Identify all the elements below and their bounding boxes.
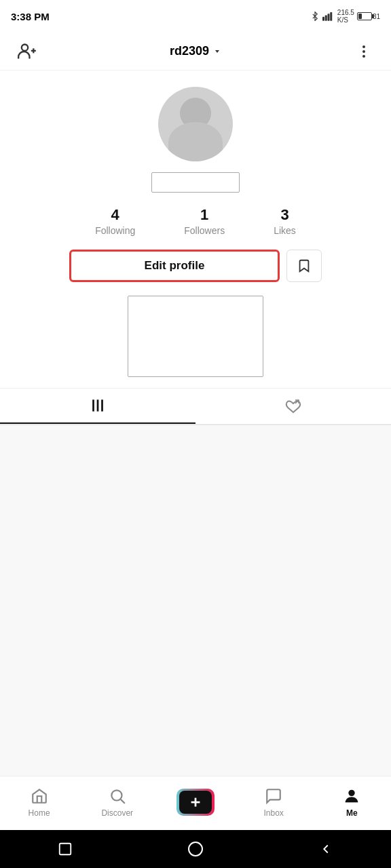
status-bar: 3:38 PM 216.5K/S 31: [0, 0, 391, 33]
add-user-icon: [18, 42, 37, 61]
svg-point-9: [362, 50, 365, 53]
nav-inbox[interactable]: Inbox: [253, 787, 294, 818]
following-label: Following: [95, 225, 135, 236]
stats-row: 4 Following 1 Followers 3 Likes: [0, 206, 391, 236]
recent-apps-button[interactable]: [56, 840, 75, 859]
plus-icon: [188, 795, 203, 810]
battery-icon: 31: [357, 12, 380, 20]
svg-point-8: [362, 45, 365, 48]
nav-discover-label: Discover: [101, 808, 133, 818]
followers-count: 1: [200, 206, 208, 224]
followers-stat[interactable]: 1 Followers: [160, 206, 249, 236]
data-speed: 216.5K/S: [337, 9, 354, 24]
nav-me[interactable]: Me: [331, 787, 372, 818]
svg-rect-20: [60, 844, 71, 855]
bio-placeholder: [128, 296, 263, 377]
action-row: Edit profile: [0, 250, 391, 282]
grid-icon: [89, 397, 107, 414]
svg-marker-7: [215, 50, 219, 53]
svg-rect-3: [330, 12, 332, 21]
home-icon: [30, 787, 49, 806]
following-count: 4: [111, 206, 119, 224]
tab-liked[interactable]: [196, 389, 391, 424]
back-button[interactable]: [316, 840, 335, 859]
svg-point-19: [349, 789, 355, 795]
profile-username-title[interactable]: rd2309: [170, 44, 221, 58]
svg-point-15: [111, 790, 122, 800]
dropdown-icon: [213, 47, 221, 56]
me-icon: [342, 787, 361, 806]
likes-label: Likes: [274, 225, 296, 236]
bluetooth-icon: [310, 12, 320, 21]
svg-rect-2: [327, 14, 329, 21]
nav-home-label: Home: [29, 808, 50, 818]
followers-label: Followers: [184, 225, 225, 236]
add-user-button[interactable]: [14, 38, 41, 65]
status-icons: 216.5K/S 31: [310, 9, 380, 24]
three-dots-icon: [356, 43, 372, 60]
nav-discover[interactable]: Discover: [97, 787, 138, 818]
svg-point-21: [189, 842, 202, 856]
inbox-icon: [264, 787, 283, 806]
add-button[interactable]: [176, 789, 215, 816]
more-options-button[interactable]: [350, 38, 377, 65]
nav-inbox-label: Inbox: [263, 808, 283, 818]
status-time: 3:38 PM: [11, 11, 50, 22]
svg-line-16: [121, 799, 125, 803]
following-stat[interactable]: 4 Following: [71, 206, 160, 236]
svg-point-10: [362, 55, 365, 58]
liked-icon: [284, 397, 303, 416]
username-box: [151, 172, 240, 193]
home-button[interactable]: [186, 840, 205, 859]
nav-me-label: Me: [346, 808, 358, 818]
bookmark-button[interactable]: [286, 250, 322, 282]
content-tabs: [0, 388, 391, 425]
avatar: [158, 87, 233, 161]
svg-point-4: [22, 44, 28, 50]
feed-area: [0, 425, 391, 776]
edit-profile-button[interactable]: Edit profile: [69, 250, 280, 282]
top-nav: rd2309: [0, 33, 391, 71]
likes-count: 3: [280, 206, 288, 224]
discover-icon: [108, 787, 127, 806]
bottom-nav: Home Discover Inbox: [0, 776, 391, 830]
svg-rect-0: [322, 17, 324, 21]
profile-area: 4 Following 1 Followers 3 Likes Edit pro…: [0, 71, 391, 776]
signal-icon: [322, 12, 335, 21]
svg-rect-1: [325, 16, 327, 21]
nav-home[interactable]: Home: [19, 787, 60, 818]
tab-grid[interactable]: [0, 389, 196, 424]
nav-add[interactable]: [175, 789, 216, 816]
bookmark-icon: [297, 258, 312, 273]
likes-stat[interactable]: 3 Likes: [249, 206, 320, 236]
system-nav: [0, 830, 391, 868]
